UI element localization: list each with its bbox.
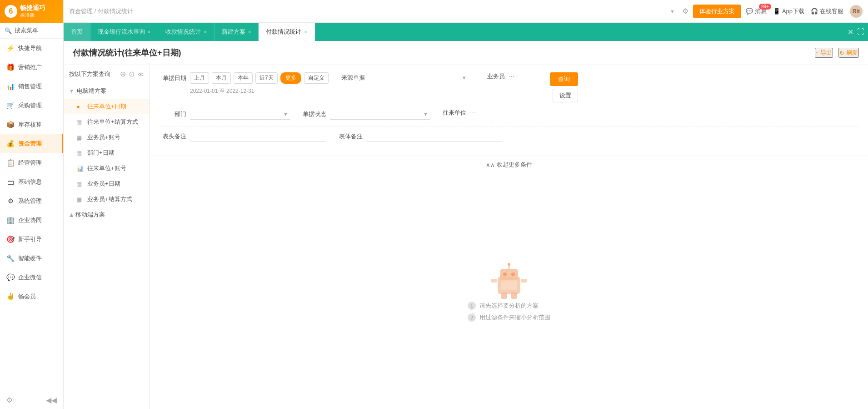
close-all-icon[interactable]: ✕	[848, 28, 853, 36]
search-icon: 🔍	[5, 27, 12, 34]
flash-icon: ⚡	[6, 44, 15, 52]
filter-row-1: 单据日期 上月 本月 本年 近7天 更多 自定义 2022	[159, 72, 859, 102]
add-scheme-icon[interactable]: ⊕	[120, 70, 126, 78]
body-note-input[interactable]	[366, 131, 503, 142]
filter-actions: 查询 设置	[524, 72, 578, 102]
settings-scheme-icon[interactable]: ⊙	[129, 70, 135, 78]
svg-rect-8	[501, 293, 507, 299]
header-note-label: 表头备注	[159, 132, 186, 141]
scheme-item-staff-date[interactable]: ▦ 业务员+日期	[64, 176, 150, 192]
tab-home[interactable]: 首页	[64, 23, 90, 41]
scheme-item-unit-date[interactable]: ● 往来单位+日期	[64, 99, 150, 114]
sidebar-item-member[interactable]: ✌ 畅会员	[0, 287, 63, 306]
tab-bank-flow[interactable]: 现金银行流水查询 ×	[90, 23, 158, 41]
sidebar-item-basic-info[interactable]: 🗃 基础信息	[0, 172, 63, 192]
scheme-item-unit-account[interactable]: 📊 往来单位+账号	[64, 161, 150, 176]
topbar-dropdown-icon[interactable]: ▼	[670, 9, 675, 14]
fullscreen-icon[interactable]: ⛶	[857, 28, 864, 36]
filter-field-date: 单据日期 上月 本月 本年 近7天 更多 自定义 2022	[159, 72, 329, 95]
collapse-up-icon: ∧∧	[486, 162, 495, 168]
sidebar-item-sales[interactable]: 📊 销售管理	[0, 77, 63, 96]
page-actions: ↑ 导出 ↻ 刷新	[815, 48, 859, 58]
query-button[interactable]: 查询	[550, 72, 578, 86]
notifications-button[interactable]: 💬 消息 99+	[746, 7, 767, 15]
svg-point-3	[511, 273, 515, 276]
export-button[interactable]: ↑ 导出	[815, 48, 833, 58]
svg-point-5	[508, 263, 510, 266]
tabs-bar: 首页 现金银行流水查询 × 收款情况统计 × 新建方案 × 付款情况统计 × ✕…	[64, 23, 868, 41]
sidebar-item-operations[interactable]: 📋 经营管理	[0, 153, 63, 172]
date-btn-custom[interactable]: 自定义	[304, 72, 329, 84]
staff-dots-icon[interactable]: ···	[509, 72, 514, 81]
tab-close-new-plan[interactable]: ×	[248, 29, 251, 35]
settings-button[interactable]: 设置	[553, 89, 578, 102]
sidebar-item-purchase[interactable]: 🛒 采购管理	[0, 96, 63, 115]
sidebar-item-wechat[interactable]: 💬 企业微信	[0, 268, 63, 287]
date-btn-this-year[interactable]: 本年	[234, 72, 253, 84]
scheme-panel: 按以下方案查询 ⊕ ⊙ ≪ ▼ 电脑端方案 ● 往来单位+日期	[64, 65, 150, 409]
sidebar-item-hardware[interactable]: 🔧 智能硬件	[0, 249, 63, 268]
date-btn-last-7[interactable]: 近7天	[255, 72, 278, 84]
trial-button[interactable]: 体验行业方案	[693, 5, 741, 18]
settings-bottom-icon[interactable]: ⚙	[6, 396, 13, 404]
tab-new-plan[interactable]: 新建方案 ×	[215, 23, 259, 41]
date-range-text: 2022-01-01 至 2022-12-31	[159, 87, 254, 95]
filter-field-partner: 往来单位 ···	[439, 109, 476, 117]
topbar-right: 💬 消息 99+ 📱 App下载 🎧 在线客服 Rit	[746, 5, 863, 18]
sidebar-item-system[interactable]: ⚙ 系统管理	[0, 192, 63, 211]
filter-area: 单据日期 上月 本月 本年 近7天 更多 自定义 2022	[150, 65, 868, 409]
tab-close-bank-flow[interactable]: ×	[148, 29, 150, 35]
sidebar-item-guide[interactable]: 🎯 新手引导	[0, 230, 63, 249]
date-btn-more[interactable]: 更多	[280, 72, 301, 84]
phone-icon: 📱	[773, 8, 780, 15]
search-menu[interactable]: 🔍 搜索菜单	[0, 23, 63, 39]
headset-icon: 🎧	[811, 8, 818, 15]
online-service-button[interactable]: 🎧 在线客服	[811, 7, 843, 15]
target-icon: 🎯	[6, 235, 15, 243]
sidebar-item-quick-nav[interactable]: ⚡ 快捷导航	[0, 39, 63, 58]
svg-rect-9	[511, 293, 517, 299]
dept-select[interactable]	[190, 109, 290, 120]
page-header: 付款情况统计(往来单位+日期) ↑ 导出 ↻ 刷新	[64, 41, 868, 65]
desktop-group-header[interactable]: ▼ 电脑端方案	[64, 83, 150, 99]
scheme-item-dept-date[interactable]: ▦ 部门+日期	[64, 145, 150, 161]
doc-status-select[interactable]	[330, 109, 430, 120]
source-select[interactable]	[369, 72, 469, 83]
building-icon: 🏢	[6, 216, 15, 224]
chart-icon: 📊	[6, 82, 15, 91]
hint-2: 2 用过滤条件来缩小分析范围	[468, 313, 550, 322]
collapse-more-bar[interactable]: ∧∧ 收起更多条件	[150, 156, 868, 173]
scheme-panel-actions: ⊕ ⊙ ≪	[120, 70, 144, 78]
mobile-group-header[interactable]: ▶ 移动端方案	[64, 207, 150, 222]
tab-close-payment-stats[interactable]: ×	[304, 29, 307, 35]
date-btn-last-month[interactable]: 上月	[190, 72, 209, 84]
empty-state: 1 请先选择要分析的方案 2 用过滤条件来缩小分析范围	[150, 173, 868, 409]
filter-form: 单据日期 上月 本月 本年 近7天 更多 自定义 2022	[150, 65, 868, 156]
scheme-item-staff-settlement[interactable]: ▦ 业务员+结算方式	[64, 192, 150, 207]
topbar-gear-icon[interactable]: ⚙	[682, 7, 688, 15]
sidebar-item-marketing[interactable]: 🎁 营销推广	[0, 58, 63, 77]
refresh-button[interactable]: ↻ 刷新	[838, 48, 859, 58]
tab-payment-stats[interactable]: 付款情况统计 ×	[259, 23, 314, 41]
header-note-input[interactable]	[190, 131, 326, 142]
avatar[interactable]: Rit	[850, 5, 863, 18]
collapse-scheme-icon[interactable]: ≪	[137, 71, 144, 78]
hardware-icon: 🔧	[6, 254, 15, 263]
filter-field-dept: 部门 ▼	[159, 109, 290, 120]
date-btn-this-month[interactable]: 本月	[212, 72, 231, 84]
tab-close-income-stats[interactable]: ×	[204, 29, 206, 35]
sidebar-item-enterprise[interactable]: 🏢 企业协同	[0, 211, 63, 230]
date-buttons: 上月 本月 本年 近7天 更多 自定义	[190, 72, 329, 84]
collapse-sidebar-icon[interactable]: ◀◀	[46, 396, 57, 404]
tab-income-stats[interactable]: 收款情况统计 ×	[158, 23, 214, 41]
sidebar-item-capital[interactable]: 💰 资金管理	[0, 134, 63, 153]
doc-status-select-wrapper: ▼	[330, 109, 430, 120]
partner-dots-icon[interactable]: ···	[470, 109, 476, 117]
scheme-item-staff-account[interactable]: ▦ 业务员+账号	[64, 130, 150, 145]
member-icon: ✌	[6, 293, 15, 301]
sidebar-item-inventory[interactable]: 📦 库存核算	[0, 115, 63, 134]
message-icon: 💬	[746, 8, 753, 15]
mobile-scheme-group: ▶ 移动端方案	[64, 207, 150, 222]
app-download-button[interactable]: 📱 App下载	[773, 7, 804, 15]
scheme-item-unit-settlement[interactable]: ▦ 往来单位+结算方式	[64, 114, 150, 130]
